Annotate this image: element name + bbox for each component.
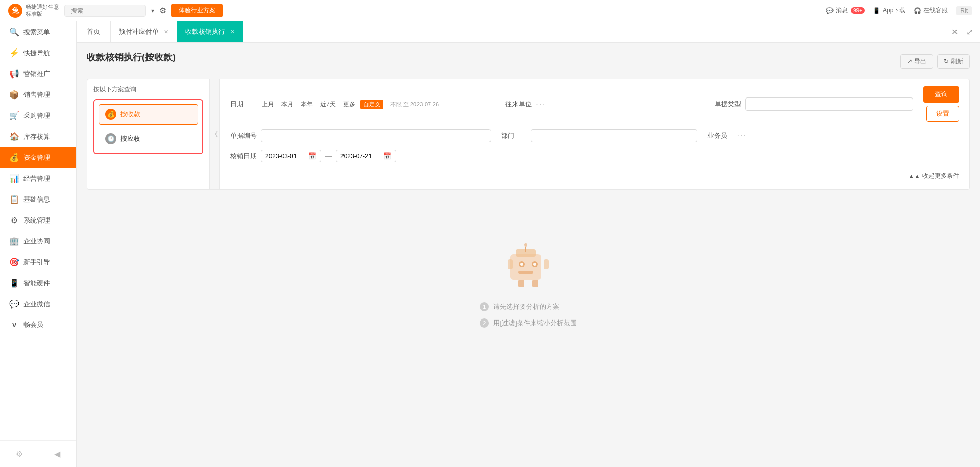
- sidebar-item-quick-nav[interactable]: ⚡ 快捷导航: [0, 42, 76, 63]
- dept-select[interactable]: [531, 129, 697, 142]
- tip-text-2: 用[过滤]条件来缩小分析范围: [493, 316, 576, 330]
- date-last-month[interactable]: 上月: [260, 99, 276, 110]
- svg-rect-7: [518, 280, 524, 287]
- verify-date-end-wrap[interactable]: 📅: [336, 150, 396, 162]
- phone-icon: 📱: [9, 278, 19, 288]
- sidebar-item-enterprise[interactable]: 🏢 企业协同: [0, 231, 76, 252]
- sidebar-item-operations[interactable]: 📊 经营管理: [0, 168, 76, 189]
- filter-by-collection[interactable]: 💰 按收款: [99, 104, 198, 125]
- sidebar-item-label: 资金管理: [23, 153, 50, 162]
- sidebar-item-purchase[interactable]: 🛒 采购管理: [0, 105, 76, 126]
- sidebar-item-label: 库存核算: [23, 132, 50, 141]
- megaphone-icon: 📢: [9, 69, 19, 79]
- filter-options: 💰 按收款 🕐 按应收: [99, 104, 198, 149]
- lightning-icon: ⚡: [9, 48, 19, 58]
- date-custom-badge[interactable]: 自定义: [360, 100, 383, 109]
- date-more[interactable]: 更多: [341, 99, 357, 110]
- tab-collection-close[interactable]: ✕: [230, 29, 235, 35]
- settings-filter-btn[interactable]: 设置: [926, 106, 959, 122]
- clipboard-icon: 📋: [9, 194, 19, 204]
- export-btn[interactable]: ↗ 导出: [900, 54, 933, 69]
- receivable-icon: 🕐: [105, 133, 116, 144]
- tab-home[interactable]: 首页: [77, 21, 111, 42]
- sidebar-item-label: 新手引导: [23, 258, 50, 267]
- filter-by-receivable[interactable]: 🕐 按应收: [99, 129, 198, 149]
- date-field: 日期 上月 本月 本年 近7天 更多 自定义 不限 至 2023-07-26: [230, 99, 495, 110]
- sidebar-item-basic-info[interactable]: 📋 基础信息: [0, 189, 76, 210]
- svg-point-9: [520, 263, 523, 266]
- message-btn[interactable]: 💬 消息 99+: [826, 6, 865, 15]
- industry-btn[interactable]: 体验行业方案: [172, 4, 223, 17]
- top-bar-left: 兔 畅捷通好生意 标准版 ▾ ⚙ 体验行业方案: [8, 4, 223, 18]
- tab-expand-btn[interactable]: ⤢: [963, 25, 976, 39]
- sidebar-item-vip[interactable]: V 畅会员: [0, 314, 76, 335]
- settings-icon[interactable]: ⚙: [159, 6, 166, 15]
- query-btn[interactable]: 查询: [923, 86, 959, 103]
- dropdown-chevron[interactable]: ▾: [151, 7, 154, 14]
- tab-prepay-close[interactable]: ✕: [164, 29, 168, 35]
- sidebar-item-sales[interactable]: 📦 销售管理: [0, 84, 76, 105]
- gear-icon: ⚙: [9, 215, 19, 225]
- date-label: 日期: [230, 100, 256, 109]
- doc-type-label: 单据类型: [715, 100, 741, 109]
- sidebar-item-label: 企业协同: [23, 237, 50, 246]
- salesperson-dots[interactable]: ···: [737, 131, 747, 140]
- page-content: 收款核销执行(按收款) ↗ 导出 ↻ 刷新 按以下方案查询: [77, 43, 980, 467]
- filter-row-3: 核销日期 📅 — 📅: [230, 150, 959, 162]
- sidebar-item-label: 企业微信: [23, 300, 50, 309]
- sidebar-item-system[interactable]: ⚙ 系统管理: [0, 210, 76, 231]
- sidebar-bottom: ⚙ ◀: [0, 440, 76, 467]
- tab-collection-label: 收款核销执行: [185, 27, 225, 36]
- doc-type-select[interactable]: [745, 97, 913, 111]
- sidebar-item-finance[interactable]: 💰 资金管理: [0, 147, 76, 168]
- verify-date-start-wrap[interactable]: 📅: [261, 150, 321, 162]
- sidebar-item-wechat[interactable]: 💬 企业微信: [0, 293, 76, 314]
- date-this-year[interactable]: 本年: [299, 99, 315, 110]
- page-title: 收款核销执行(按收款): [87, 51, 176, 63]
- app-logo: 兔 畅捷通好生意 标准版: [8, 4, 59, 18]
- doc-number-input[interactable]: [261, 129, 491, 142]
- message-icon: 💬: [826, 7, 834, 14]
- collapse-more-row: ▲▲ 收起更多条件: [230, 169, 959, 182]
- tab-prepay-label: 预付冲应付单: [119, 27, 159, 36]
- sidebar-item-guide[interactable]: 🎯 新手引导: [0, 252, 76, 273]
- date-7days[interactable]: 近7天: [318, 99, 338, 110]
- empty-illustration: [498, 239, 559, 290]
- sidebar-item-marketing[interactable]: 📢 营销推广: [0, 63, 76, 84]
- tip-num-2: 2: [480, 318, 489, 328]
- calendar-start-icon[interactable]: 📅: [308, 152, 316, 160]
- date-this-month[interactable]: 本月: [279, 99, 296, 110]
- sidebar-item-inventory[interactable]: 🏠 库存核算: [0, 126, 76, 147]
- sidebar-item-search-menu[interactable]: 🔍 搜索菜单: [0, 21, 76, 42]
- filter-container: 按以下方案查询 💰 按收款 🕐 按应收 《: [87, 79, 970, 190]
- search-input[interactable]: [64, 5, 146, 17]
- online-service-btn[interactable]: 🎧 在线客服: [914, 6, 948, 15]
- verify-date-end-input[interactable]: [340, 153, 381, 160]
- doc-number-field: 单据编号: [230, 129, 491, 142]
- sidebar-settings-btn[interactable]: ⚙: [11, 446, 28, 462]
- building-icon: 🏢: [9, 236, 19, 246]
- refresh-btn[interactable]: ↻ 刷新: [937, 54, 970, 69]
- svg-point-10: [533, 263, 536, 266]
- user-name[interactable]: Rit: [956, 6, 972, 15]
- calendar-end-icon[interactable]: 📅: [383, 152, 391, 160]
- sidebar-collapse-btn[interactable]: ◀: [49, 446, 65, 462]
- sidebar-item-hardware[interactable]: 📱 智能硬件: [0, 273, 76, 293]
- empty-tip-1: 1 请先选择要分析的方案: [480, 300, 576, 313]
- app-download-btn[interactable]: 📱 App下载: [873, 6, 905, 15]
- collapse-more-btn[interactable]: ▲▲ 收起更多条件: [908, 171, 959, 180]
- app-title: 畅捷通好生意 标准版: [26, 4, 59, 17]
- filter-right-panel: 日期 上月 本月 本年 近7天 更多 自定义 不限 至 2023-07-26 往…: [220, 79, 969, 189]
- salesperson-field: 业务员 ···: [707, 131, 903, 140]
- sidebar-item-label: 销售管理: [23, 90, 50, 100]
- tab-prepay[interactable]: 预付冲应付单 ✕: [111, 21, 177, 42]
- tab-collection[interactable]: 收款核销执行 ✕: [177, 21, 243, 42]
- verify-date-label: 核销日期: [230, 152, 257, 161]
- filter-collapse-btn[interactable]: 《: [210, 79, 220, 189]
- sidebar-item-label: 营销推广: [23, 69, 50, 79]
- counterpart-dots[interactable]: ···: [536, 100, 546, 109]
- tab-close-all-btn[interactable]: ✕: [948, 25, 961, 39]
- verify-date-start-input[interactable]: [265, 153, 306, 160]
- export-icon: ↗: [907, 58, 912, 65]
- doc-number-label: 单据编号: [230, 131, 257, 140]
